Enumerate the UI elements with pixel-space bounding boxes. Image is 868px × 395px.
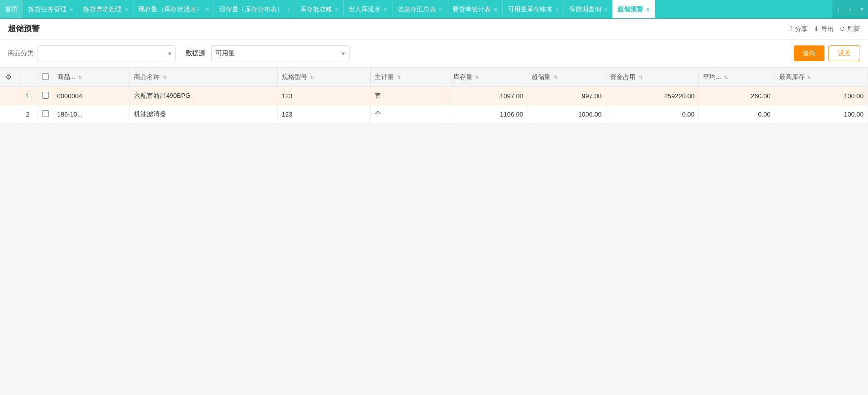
th-checkbox[interactable] bbox=[38, 68, 53, 87]
refresh-icon: ↺ bbox=[840, 25, 845, 33]
td-name-1: 机油滤清器 bbox=[130, 105, 278, 123]
nav-overstock-close[interactable]: × bbox=[646, 6, 649, 12]
th-unit[interactable]: 主计量 ⇅ bbox=[371, 68, 449, 87]
nav-overstock-label: 超储预警 bbox=[617, 5, 643, 14]
datasource-select[interactable]: 可用量 ▾ bbox=[211, 45, 349, 61]
nav-available-stock-label: 可用量库存账本 bbox=[508, 5, 553, 14]
datasource-filter: 数据源 可用量 ▾ bbox=[186, 45, 349, 61]
select-all-checkbox[interactable] bbox=[42, 73, 49, 80]
nav-exception-label: 拣货异常处理 bbox=[83, 5, 122, 14]
sort-maxstock-icon: ⇅ bbox=[807, 75, 811, 80]
th-maxstock-label: 最高库存 bbox=[779, 73, 805, 80]
nav-inout-flow-close[interactable]: × bbox=[384, 6, 387, 12]
nav-batch-account[interactable]: 库存批次账 × bbox=[295, 0, 344, 18]
nav-batch-account-close[interactable]: × bbox=[335, 6, 338, 12]
nav-home[interactable]: 首页 bbox=[0, 0, 23, 18]
td-maxstock-0: 100.00 bbox=[775, 87, 868, 105]
nav-available-stock-close[interactable]: × bbox=[556, 6, 559, 12]
sort-unit-icon: ⇅ bbox=[397, 75, 401, 80]
row-checkbox-1[interactable] bbox=[42, 110, 49, 117]
td-maxstock-1: 100.00 bbox=[775, 105, 868, 123]
nav-order-stats[interactable]: 要货单统计表 × bbox=[447, 0, 502, 18]
refresh-label: 刷新 bbox=[847, 25, 860, 34]
nav-stock-status[interactable]: 现存量（库存状况表） × bbox=[133, 0, 214, 18]
nav-stock-dist-close[interactable]: × bbox=[286, 6, 289, 12]
nav-stock-dist[interactable]: 现存量（库存分布表） × bbox=[214, 0, 295, 18]
nav-prev-btn[interactable]: ‹ bbox=[832, 0, 844, 19]
table-row: 1 0000004 六配套新昌490BPG 123 套 1097.00 997.… bbox=[0, 87, 868, 105]
th-capital[interactable]: 资金占用 ⇅ bbox=[606, 68, 698, 87]
td-settings-1 bbox=[0, 105, 18, 123]
share-icon: ⤴ bbox=[789, 25, 793, 33]
td-code-1: 186-10... bbox=[53, 105, 130, 123]
nav-summary[interactable]: 收发存汇总表 × bbox=[392, 0, 447, 18]
nav-task-mgmt[interactable]: 拣货任务管理 × bbox=[23, 0, 78, 18]
category-select[interactable]: ▾ bbox=[38, 45, 176, 61]
row-checkbox-0[interactable] bbox=[42, 92, 49, 99]
page-header: 超储预警 ⤴ 分享 ⬇ 导出 ↺ 刷新 bbox=[0, 19, 868, 40]
nav-expiry[interactable]: 保质期查询 × bbox=[564, 0, 612, 18]
th-name-label: 商品名称 bbox=[134, 73, 160, 80]
export-label: 导出 bbox=[821, 25, 834, 34]
td-index-0: 1 bbox=[18, 87, 38, 105]
share-button[interactable]: ⤴ 分享 bbox=[789, 25, 808, 34]
datasource-select-value: 可用量 bbox=[216, 49, 235, 58]
th-name[interactable]: 商品名称 ⇅ bbox=[130, 68, 278, 87]
th-overstock[interactable]: 超储量 ⇅ bbox=[527, 68, 606, 87]
sort-spec-icon: ⇅ bbox=[310, 75, 314, 80]
nav-close-all-btn[interactable]: × bbox=[856, 0, 868, 19]
th-avg[interactable]: 平均... ⇅ bbox=[699, 68, 775, 87]
nav-order-stats-close[interactable]: × bbox=[494, 6, 497, 12]
td-checkbox-1[interactable] bbox=[38, 105, 53, 123]
main-table: ⚙ 商品... ⇅ 商品名称 ⇅ 规格型号 ⇅ bbox=[0, 68, 868, 123]
nav-expiry-label: 保质期查询 bbox=[569, 5, 601, 14]
td-name-0: 六配套新昌490BPG bbox=[130, 87, 278, 105]
settings-button[interactable]: 设置 bbox=[828, 45, 860, 61]
nav-inout-flow-label: 出入库流水 bbox=[348, 5, 381, 14]
query-button[interactable]: 查询 bbox=[794, 45, 825, 61]
sort-overstock-icon: ⇅ bbox=[554, 75, 558, 80]
nav-task-mgmt-close[interactable]: × bbox=[70, 6, 73, 12]
export-button[interactable]: ⬇ 导出 bbox=[814, 25, 834, 34]
th-code[interactable]: 商品... ⇅ bbox=[53, 68, 130, 87]
td-checkbox-0[interactable] bbox=[38, 87, 53, 105]
nav-expiry-close[interactable]: × bbox=[604, 6, 607, 12]
sort-capital-icon: ⇅ bbox=[639, 75, 643, 80]
nav-arrows: ‹ › × bbox=[832, 0, 868, 19]
share-label: 分享 bbox=[795, 25, 808, 34]
th-settings[interactable]: ⚙ bbox=[0, 68, 18, 87]
nav-stock-status-close[interactable]: × bbox=[206, 6, 209, 12]
th-maxstock[interactable]: 最高库存 ⇅ bbox=[775, 68, 868, 87]
th-avg-label: 平均... bbox=[703, 73, 721, 80]
td-code-0: 0000004 bbox=[53, 87, 130, 105]
table-header-row: ⚙ 商品... ⇅ 商品名称 ⇅ 规格型号 ⇅ bbox=[0, 68, 868, 87]
td-overstock-1: 1006.00 bbox=[527, 105, 606, 123]
category-label: 商品分类 bbox=[8, 49, 34, 58]
nav-overstock[interactable]: 超储预警 × bbox=[612, 0, 654, 18]
export-icon: ⬇ bbox=[814, 25, 819, 33]
td-stock-1: 1106.00 bbox=[449, 105, 527, 123]
table-settings-icon[interactable]: ⚙ bbox=[5, 73, 12, 81]
nav-inout-flow[interactable]: 出入库流水 × bbox=[344, 0, 392, 18]
td-capital-1: 0.00 bbox=[606, 105, 698, 123]
table-row: 2 186-10... 机油滤清器 123 个 1106.00 1006.00 … bbox=[0, 105, 868, 123]
th-spec[interactable]: 规格型号 ⇅ bbox=[277, 68, 370, 87]
td-spec-1: 123 bbox=[277, 105, 370, 123]
th-index bbox=[18, 68, 38, 87]
top-nav: 首页 拣货任务管理 × 拣货异常处理 × 现存量（库存状况表） × 现存量（库存… bbox=[0, 0, 868, 19]
td-settings-0 bbox=[0, 87, 18, 105]
refresh-button[interactable]: ↺ 刷新 bbox=[840, 25, 860, 34]
th-stock[interactable]: 库存量 ⇅ bbox=[449, 68, 527, 87]
table-body: 1 0000004 六配套新昌490BPG 123 套 1097.00 997.… bbox=[0, 87, 868, 123]
nav-exception[interactable]: 拣货异常处理 × bbox=[78, 0, 133, 18]
td-avg-0: 260.00 bbox=[699, 87, 775, 105]
nav-available-stock[interactable]: 可用量库存账本 × bbox=[503, 0, 564, 18]
sort-code-icon: ⇅ bbox=[78, 75, 82, 80]
nav-summary-close[interactable]: × bbox=[439, 6, 442, 12]
th-spec-label: 规格型号 bbox=[282, 73, 307, 80]
nav-stock-status-label: 现存量（库存状况表） bbox=[138, 5, 203, 14]
nav-next-btn[interactable]: › bbox=[844, 0, 856, 19]
filter-bar: 商品分类 ▾ 数据源 可用量 ▾ 查询 设置 bbox=[0, 40, 868, 68]
nav-exception-close[interactable]: × bbox=[125, 6, 128, 12]
th-capital-label: 资金占用 bbox=[610, 73, 636, 80]
